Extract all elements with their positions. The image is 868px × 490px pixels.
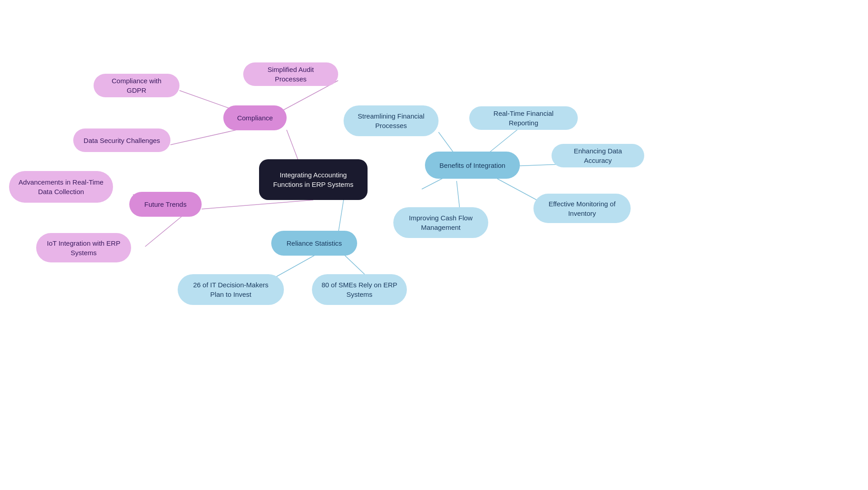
- reliance-statistics-label: Reliance Statistics: [287, 238, 342, 248]
- compliance-label: Compliance: [237, 113, 273, 123]
- mindmap-container: Integrating Accounting Functions in ERP …: [0, 0, 868, 490]
- svg-line-4: [202, 200, 313, 209]
- future-trends-label: Future Trends: [144, 200, 186, 209]
- realtime-reporting-node[interactable]: Real-Time Financial Reporting: [469, 106, 578, 130]
- svg-line-6: [145, 215, 184, 247]
- it-decision-node[interactable]: 26 of IT Decision-Makers Plan to Invest: [178, 274, 284, 305]
- effective-monitoring-node[interactable]: Effective Monitoring of Inventory: [533, 194, 631, 223]
- iot-integration-node[interactable]: IoT Integration with ERP Systems: [36, 233, 131, 262]
- iot-integration-label: IoT Integration with ERP Systems: [45, 238, 122, 257]
- center-node-label: Integrating Accounting Functions in ERP …: [268, 170, 359, 189]
- enhancing-data-label: Enhancing Data Accuracy: [561, 146, 635, 165]
- benefits-label: Benefits of Integration: [439, 161, 505, 170]
- cash-flow-label: Improving Cash Flow Management: [402, 213, 479, 232]
- reliance-statistics-node[interactable]: Reliance Statistics: [271, 231, 357, 256]
- simplified-audit-node[interactable]: Simplified Audit Processes: [243, 62, 338, 86]
- compliance-node[interactable]: Compliance: [223, 105, 287, 130]
- streamlining-node[interactable]: Streamlining Financial Processes: [344, 105, 439, 136]
- simplified-audit-label: Simplified Audit Processes: [252, 65, 329, 84]
- it-decision-label: 26 of IT Decision-Makers Plan to Invest: [187, 280, 275, 299]
- realtime-reporting-label: Real-Time Financial Reporting: [478, 109, 569, 128]
- data-security-node[interactable]: Data Security Challenges: [73, 128, 170, 152]
- future-trends-node[interactable]: Future Trends: [129, 192, 202, 217]
- smes-rely-label: 80 of SMEs Rely on ERP Systems: [321, 280, 398, 299]
- smes-rely-node[interactable]: 80 of SMEs Rely on ERP Systems: [312, 274, 407, 305]
- advancements-node[interactable]: Advancements in Real-Time Data Collectio…: [9, 171, 113, 203]
- data-security-label: Data Security Challenges: [84, 136, 160, 145]
- enhancing-data-node[interactable]: Enhancing Data Accuracy: [552, 144, 644, 167]
- benefits-node[interactable]: Benefits of Integration: [425, 152, 520, 179]
- cash-flow-node[interactable]: Improving Cash Flow Management: [393, 207, 488, 238]
- compliance-gdpr-label: Compliance with GDPR: [103, 76, 170, 95]
- effective-monitoring-label: Effective Monitoring of Inventory: [542, 199, 622, 218]
- compliance-gdpr-node[interactable]: Compliance with GDPR: [94, 74, 179, 97]
- streamlining-label: Streamlining Financial Processes: [353, 111, 429, 130]
- advancements-label: Advancements in Real-Time Data Collectio…: [18, 177, 104, 196]
- center-node[interactable]: Integrating Accounting Functions in ERP …: [259, 159, 368, 200]
